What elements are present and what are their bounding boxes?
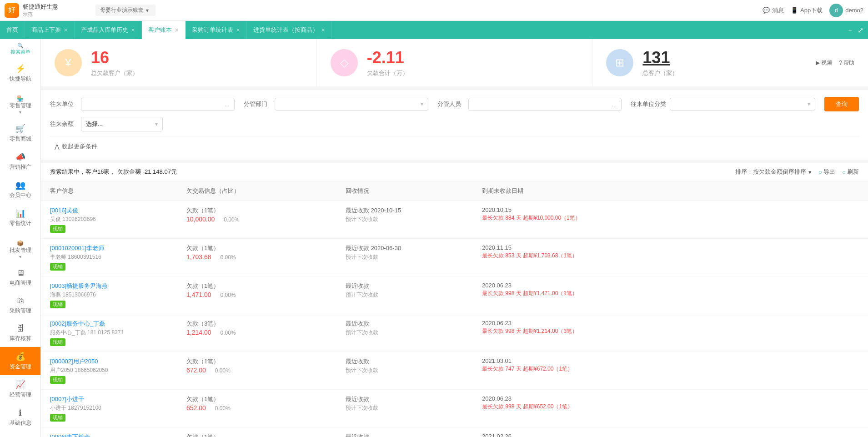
expire-info-4: 2021.03.01 最长欠款 747 天 超期¥672.00（1笔）: [482, 357, 859, 373]
stat-number-total-customers: 131: [642, 48, 678, 67]
expire-overdue-4[interactable]: 最长欠款 747 天 超期¥672.00（1笔）: [482, 365, 859, 373]
store-selector[interactable]: 母婴行业演示账套 ▾: [95, 5, 156, 16]
tab-home[interactable]: 首页: [0, 21, 25, 39]
sidebar-item-marketing[interactable]: 📣 营销推广: [0, 147, 40, 176]
filter-item-dept: 分管部门 ▾: [244, 98, 428, 111]
debt-amount-0: 10,000.00: [186, 216, 215, 223]
search-button[interactable]: 查询: [824, 97, 859, 111]
user-avatar: d: [829, 4, 843, 17]
search-menu-btn[interactable]: 🔍 搜索菜单: [0, 39, 40, 59]
tab-purchase-order-close[interactable]: ✕: [236, 27, 240, 33]
tab-bar-actions: － ⤢: [842, 25, 868, 35]
logo-area: 好 畅捷通好生意 示范: [5, 3, 95, 18]
sidebar-item-ecommerce[interactable]: 🖥 电商管理: [0, 264, 40, 291]
supplier-label: 往来单位: [50, 100, 77, 108]
expire-overdue-3[interactable]: 最长欠款 998 天 超期¥1,214.00（3笔）: [482, 327, 859, 335]
tab-purchase-order[interactable]: 采购订单统计表 ✕: [186, 21, 247, 39]
supplier-dots: ...: [225, 101, 230, 108]
expire-overdue-0[interactable]: 最长欠款 884 天 超期¥10,000.00（1笔）: [482, 214, 859, 222]
sort-select[interactable]: 排序：按欠款金额倒序排序 ▾: [735, 168, 812, 176]
debt-percent-2: 0.00%: [221, 292, 236, 298]
sidebar-item-quick-nav[interactable]: ⚡ 快捷导航: [0, 59, 40, 87]
sidebar-item-retail-mall[interactable]: 🛒 零售商城: [0, 119, 40, 147]
member-center-icon: 👥: [15, 180, 25, 190]
app-download-btn[interactable]: 📱 App下载: [791, 6, 823, 15]
expire-info-3: 2020.06.23 最长欠款 998 天 超期¥1,214.00（3笔）: [482, 320, 859, 335]
sidebar-item-inventory[interactable]: 🗄 库存核算: [0, 319, 40, 347]
sidebar-item-batch-mgmt[interactable]: 📦 批发管理 ▾: [0, 236, 40, 264]
customer-name-2[interactable]: [0003]畅捷服务尹海燕: [50, 282, 186, 290]
dept-select[interactable]: ▾: [275, 98, 428, 111]
expire-overdue-1[interactable]: 最长欠款 853 天 超期¥1,703.68（1笔）: [482, 252, 859, 260]
customer-tag-0: 现销: [50, 225, 65, 233]
recovery-next-2: 预计下次收款: [346, 291, 482, 299]
col-header-debt: 欠交易信息（占比）: [186, 187, 346, 195]
tab-import-stats-close[interactable]: ✕: [321, 27, 325, 33]
tab-production-history-label: 产成品入库单历史: [81, 26, 128, 34]
debt-count-0: 欠款（1笔）: [186, 206, 346, 215]
customer-name-1[interactable]: [0001020001]李老师: [50, 244, 186, 252]
username: demo2: [845, 7, 863, 14]
tab-customer-account-close[interactable]: ✕: [175, 27, 179, 33]
retail-mgmt-arrow: ▾: [19, 110, 21, 115]
help-link[interactable]: ? 帮助: [839, 59, 854, 67]
video-link[interactable]: ▶ 视频: [816, 59, 832, 67]
recovery-date-2: 最近收款: [346, 282, 482, 290]
sidebar-item-member-center[interactable]: 👥 会员中心: [0, 176, 40, 204]
person-input[interactable]: ...: [468, 98, 622, 111]
expire-overdue-5[interactable]: 最长欠款 998 天 超期¥652.00（1笔）: [482, 403, 859, 411]
sidebar-item-retail-mgmt[interactable]: 🏪 零售管理 ▾: [0, 91, 40, 119]
category-select[interactable]: ▾: [670, 98, 815, 111]
filter-item-balance: 往来余额 选择... ▾: [50, 117, 859, 131]
tab-product-offline[interactable]: 商品上下架 ✕: [25, 21, 75, 39]
collapse-btn[interactable]: ⋀ 收起更多条件: [50, 140, 859, 153]
video-label: 视频: [821, 59, 832, 67]
customer-name-0[interactable]: [0016]吴俊: [50, 206, 186, 215]
tab-home-label: 首页: [6, 26, 18, 34]
results-amount-label: 欠款金额: [117, 168, 141, 175]
sidebar-item-basic-info[interactable]: ℹ 基础信息: [0, 403, 40, 432]
expire-info-1: 2020.11.15 最长欠款 853 天 超期¥1,703.68（1笔）: [482, 244, 859, 260]
user-profile[interactable]: d demo2: [829, 4, 863, 17]
export-icon: ○: [818, 169, 822, 176]
customer-name-4[interactable]: [000002]用户2050: [50, 357, 186, 366]
content-area: ¥ 16 总欠款客户（家） ◇ -2.11 欠款合计（万） ⊞ 131 总客户（…: [41, 39, 868, 437]
debt-amount-3: 1,214.00: [186, 329, 211, 336]
filter-item-supplier: 往来单位 ...: [50, 98, 235, 111]
expire-date-6: 2021.02.26: [482, 433, 859, 437]
recovery-date-6: 最近收款: [346, 433, 482, 437]
tab-import-stats[interactable]: 进货单统计表（按商品） ✕: [247, 21, 332, 39]
export-btn[interactable]: ○ 导出: [818, 168, 835, 176]
sidebar-item-retail-stats[interactable]: 📊 零售统计: [0, 204, 40, 232]
message-icon: 💬: [763, 7, 770, 14]
supplier-input[interactable]: ...: [81, 98, 235, 111]
category-label: 往来单位分类: [631, 100, 666, 108]
expire-overdue-2[interactable]: 最长欠款 998 天 超期¥1,471.00（1笔）: [482, 290, 859, 297]
batch-mgmt-icon: 📦: [17, 240, 24, 246]
sidebar-item-purchase-mgmt[interactable]: 🛍 采购管理: [0, 291, 40, 319]
customer-name-3[interactable]: [0002]服务中心_丁磊: [50, 320, 186, 328]
marketing-label: 营销推广: [10, 163, 31, 171]
expire-info-6: 2021.02.26 最长欠款 750 天 超期¥455.90（1笔）: [482, 433, 859, 437]
debt-info-3: 欠款（3笔） 1,214.00 0.00%: [186, 320, 346, 336]
sidebar-item-finance[interactable]: 💰 资金管理: [0, 347, 40, 375]
balance-select[interactable]: 选择... ▾: [81, 117, 163, 131]
tab-customer-account[interactable]: 客户账本 ✕: [142, 21, 186, 39]
tab-production-history-close[interactable]: ✕: [131, 27, 135, 33]
stat-label-overdue-amount: 欠款合计（万）: [367, 69, 408, 77]
tab-product-offline-close[interactable]: ✕: [64, 27, 68, 33]
filter-item-person: 分管人员 ...: [437, 98, 622, 111]
sidebar-item-system[interactable]: ⚙ 系统管理: [0, 432, 40, 437]
customer-tag-5: 现销: [50, 414, 65, 422]
sidebar-item-operations[interactable]: 📈 经营管理: [0, 375, 40, 403]
stat-icon-overdue-customers: ¥: [55, 49, 82, 76]
tab-minimize-icon[interactable]: －: [847, 25, 854, 35]
tab-production-history[interactable]: 产成品入库单历史 ✕: [75, 21, 142, 39]
stat-icon-total-customers: ⊞: [606, 49, 633, 76]
operations-icon: 📈: [15, 380, 25, 390]
tab-maximize-icon[interactable]: ⤢: [858, 26, 863, 35]
customer-name-6[interactable]: [0006]去下粮仓: [50, 433, 186, 437]
message-btn[interactable]: 💬 消息: [763, 6, 784, 15]
customer-name-5[interactable]: [0007]小进干: [50, 395, 186, 403]
refresh-btn[interactable]: ○ 刷新: [842, 168, 859, 176]
